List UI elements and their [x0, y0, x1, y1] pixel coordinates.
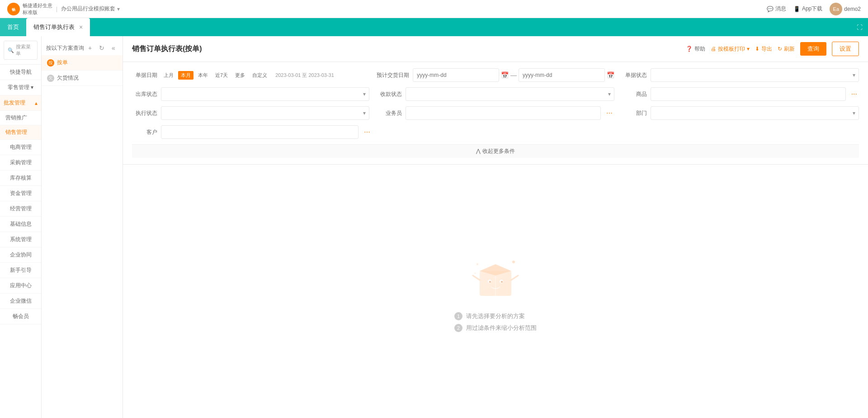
search-label: 搜索菜单: [16, 43, 33, 57]
tip-number-2: 2: [454, 324, 462, 332]
quick-btn-this-year[interactable]: 本年: [195, 71, 211, 80]
logo-area: 畅 畅捷通好生意 标准版: [7, 2, 52, 15]
collapse-bar[interactable]: ⋀ 收起更多条件: [132, 144, 859, 158]
left-panel-collapse-btn[interactable]: «: [109, 43, 118, 52]
quick-btn-last-month[interactable]: 上月: [161, 71, 176, 80]
calendar-start-icon[interactable]: 📅: [501, 71, 509, 79]
sidebar-item-wholesale-mgmt[interactable]: 批发管理 ▴: [0, 95, 41, 111]
help-action[interactable]: ❓ 帮助: [686, 45, 705, 53]
quick-btn-last7days[interactable]: 近7天: [212, 71, 231, 80]
sidebar-item-retail-mgmt[interactable]: 零售管理 ▾: [0, 80, 41, 95]
sidebar-search-button[interactable]: 🔍 搜索菜单: [4, 41, 38, 60]
empty-tips: 1 请先选择要分析的方案 2 用过滤条件来缩小分析范围: [454, 312, 537, 332]
status-select[interactable]: [651, 68, 859, 82]
app-download-action[interactable]: 📱 App下载: [793, 5, 822, 13]
filter-expected-date-item: 预计交货日期 📅 — 📅: [377, 68, 614, 82]
sidebar-item-app-center[interactable]: 应用中心: [0, 278, 41, 294]
expected-date-range: 📅 — 📅: [413, 68, 614, 82]
customer-label: 客户: [132, 128, 157, 136]
inner-layout: 按以下方案查询 + ↻ « 按 按单 欠: [42, 36, 868, 418]
sidebar-item-ops[interactable]: 经营管理: [0, 201, 41, 217]
logo-text: 畅捷通好生意 标准版: [23, 2, 52, 15]
exec-status-label: 执行状态: [132, 109, 157, 117]
filter-payment-status-item: 收款状态: [377, 87, 614, 101]
export-action[interactable]: ⬇ 导出: [755, 45, 772, 53]
search-button[interactable]: 查询: [800, 42, 826, 56]
sidebar-item-basic-info[interactable]: 基础信息: [0, 217, 41, 232]
sidebar-item-enterprise-coop[interactable]: 企业协同: [0, 247, 41, 263]
user-profile[interactable]: Ea demo2: [830, 3, 861, 15]
left-panel-item-owe[interactable]: 欠 欠货情况: [42, 71, 123, 86]
tab-maximize-icon[interactable]: ⛶: [851, 24, 868, 31]
svg-point-9: [489, 281, 491, 283]
tab-close-icon[interactable]: ×: [79, 24, 83, 31]
filter-salesperson-item: 业务员 ···: [377, 106, 614, 120]
tab-home[interactable]: 首页: [0, 18, 26, 36]
sidebar-item-membership[interactable]: 畅会员: [0, 309, 41, 324]
message-icon: 💬: [767, 6, 774, 12]
sidebar-item-finance[interactable]: 资金管理: [0, 186, 41, 201]
content-body: 1 请先选择要分析的方案 2 用过滤条件来缩小分析范围: [123, 165, 868, 418]
left-panel-header: 按以下方案查询 + ↻ «: [42, 41, 123, 55]
filter-row-2: 出库状态 收款状态: [132, 87, 859, 101]
sidebar-item-ecom[interactable]: 电商管理: [0, 140, 41, 155]
dept-label: 部门: [622, 109, 647, 117]
logo-icon: 畅: [7, 3, 20, 15]
goods-search-icon[interactable]: ···: [849, 90, 859, 98]
sidebar-item-purchase[interactable]: 采购管理: [0, 155, 41, 171]
sidebar-sub-sales-mgmt[interactable]: 销售管理: [0, 125, 41, 140]
sidebar-item-quick-nav[interactable]: 快捷导航: [0, 65, 41, 80]
payment-status-select[interactable]: [406, 87, 614, 101]
sidebar-item-sys-mgmt[interactable]: 系统管理: [0, 232, 41, 247]
tab-sales-order[interactable]: 销售订单执行表 ×: [26, 18, 90, 36]
message-action[interactable]: 💬 消息: [767, 5, 786, 13]
svg-text:畅: 畅: [12, 8, 15, 12]
header-left: 畅 畅捷通好生意 标准版 | 办公用品行业模拟账套 ▾: [7, 2, 120, 15]
quick-btn-this-month[interactable]: 本月: [178, 71, 193, 80]
quick-btn-more[interactable]: 更多: [232, 71, 248, 80]
dept-select[interactable]: [651, 106, 859, 120]
breadcrumb-dropdown-icon[interactable]: ▾: [117, 6, 120, 12]
filter-stock-status-item: 出库状态: [132, 87, 369, 101]
left-panel-refresh-btn[interactable]: ↻: [97, 43, 106, 52]
filter-exec-status-item: 执行状态: [132, 106, 369, 120]
stock-status-select[interactable]: [161, 87, 369, 101]
filter-row-1: 单据日期 上月 本月 本年 近7天 更多 自定义 2023-03-01 至 20…: [132, 68, 859, 82]
filter-date-item: 单据日期 上月 本月 本年 近7天 更多 自定义 2023-03-01 至 20…: [132, 71, 369, 80]
left-panel-actions: + ↻ «: [85, 43, 118, 52]
sidebar-item-inventory[interactable]: 库存核算: [0, 171, 41, 186]
export-icon: ⬇: [755, 46, 760, 52]
customer-search-icon[interactable]: ···: [362, 128, 372, 136]
customer-input[interactable]: [161, 125, 359, 139]
filter-section: 单据日期 上月 本月 本年 近7天 更多 自定义 2023-03-01 至 20…: [123, 62, 868, 165]
status-select-wrapper: [651, 68, 859, 82]
left-panel-item-by-list[interactable]: 按 按单: [42, 55, 123, 71]
settings-button[interactable]: 设置: [832, 42, 859, 56]
svg-point-12: [512, 261, 515, 263]
salesperson-input[interactable]: [406, 106, 601, 120]
filter-row-3: 执行状态 业务员 ··· 部门: [132, 106, 859, 120]
refresh-action[interactable]: ↻ 刷新: [778, 45, 795, 53]
left-panel-add-btn[interactable]: +: [85, 43, 94, 52]
empty-tip-2: 2 用过滤条件来缩小分析范围: [454, 324, 537, 332]
svg-point-11: [476, 263, 478, 265]
print-action[interactable]: 🖨 按模板打印 ▾: [711, 45, 750, 53]
exec-status-select[interactable]: [161, 106, 369, 120]
sidebar: 🔍 搜索菜单 快捷导航 零售管理 ▾ 批发管理 ▴ 营销推广 销售管理 电商管理…: [0, 36, 42, 418]
svg-line-6: [511, 276, 518, 280]
print-dropdown-icon: ▾: [747, 46, 750, 52]
svg-point-13: [475, 273, 476, 274]
date-range-separator: —: [510, 71, 517, 79]
sidebar-item-enterprise-wechat[interactable]: 企业微信: [0, 294, 41, 309]
quick-btn-custom[interactable]: 自定义: [250, 71, 270, 80]
expected-date-end[interactable]: [519, 68, 605, 82]
goods-input[interactable]: [651, 87, 846, 101]
calendar-end-icon[interactable]: 📅: [607, 71, 614, 79]
salesperson-search-icon[interactable]: ···: [604, 109, 614, 117]
expected-date-start[interactable]: [413, 68, 499, 82]
refresh-icon: ↻: [778, 46, 782, 52]
sidebar-item-new-user[interactable]: 新手引导: [0, 263, 41, 278]
owe-icon: 欠: [47, 75, 54, 82]
sidebar-sub-marketing[interactable]: 营销推广: [0, 111, 41, 125]
main-layout: 🔍 搜索菜单 快捷导航 零售管理 ▾ 批发管理 ▴ 营销推广 销售管理 电商管理…: [0, 36, 868, 418]
